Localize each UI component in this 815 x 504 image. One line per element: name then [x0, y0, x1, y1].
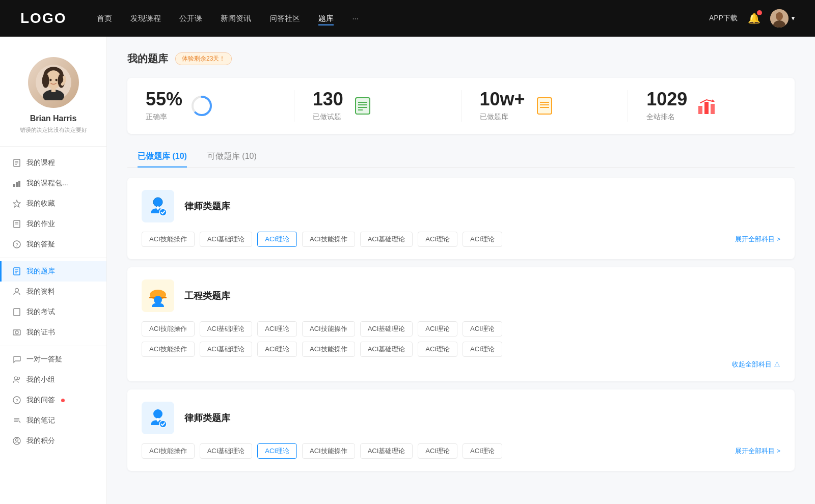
tab-done[interactable]: 已做题库 (10) [127, 146, 197, 167]
tag-item[interactable]: ACI基础理论 [200, 232, 253, 247]
points-icon [12, 436, 21, 445]
svg-rect-30 [14, 309, 20, 316]
sidebar-item-label: 我的资料 [26, 287, 55, 296]
tag-item[interactable]: ACI理论 [257, 342, 297, 357]
sidebar-item-label: 我的积分 [26, 436, 55, 445]
tag-item[interactable]: ACI理论 [463, 443, 502, 459]
certificate-icon [12, 328, 21, 337]
tab-todo[interactable]: 可做题库 (10) [197, 146, 267, 167]
nav-open-course[interactable]: 公开课 [179, 12, 202, 25]
sidebar-item-points[interactable]: 我的积分 [0, 431, 106, 451]
stat-accuracy-text: 55% 正确率 [146, 90, 182, 122]
nav-discover[interactable]: 发现课程 [130, 12, 161, 25]
tag-item[interactable]: ACI理论 [418, 232, 457, 247]
stat-banks-value: 10w+ [480, 90, 525, 108]
sidebar-item-my-question[interactable]: ? 我的问答 [0, 390, 106, 410]
profile-name: Brian Harris [30, 114, 77, 123]
stat-banks-text: 10w+ 已做题库 [480, 90, 525, 122]
sidebar-item-one-on-one[interactable]: 一对一答疑 [0, 349, 106, 370]
ranking-icon [695, 95, 718, 117]
stat-accuracy: 55% 正确率 [127, 90, 294, 122]
app-download-btn[interactable]: APP下载 [709, 14, 738, 23]
lawyer-icon-wrap-2 [142, 402, 174, 434]
expand-btn-1[interactable]: 展开全部科目 > [735, 235, 780, 244]
sidebar-item-notes[interactable]: 我的笔记 [0, 410, 106, 431]
homework-icon [12, 219, 21, 229]
svg-marker-59 [712, 99, 715, 102]
sidebar-item-label: 我的课程包... [26, 179, 68, 188]
profile-icon [12, 287, 21, 296]
sidebar-item-my-exam[interactable]: 我的考试 [0, 302, 106, 322]
tag-item[interactable]: ACI技能操作 [302, 321, 355, 337]
stats-row: 55% 正确率 130 已做试题 [127, 78, 795, 134]
stat-ranking-label: 全站排名 [646, 113, 687, 122]
sidebar-item-my-course[interactable]: 我的课程 [0, 153, 106, 173]
sidebar-item-group[interactable]: 我的小组 [0, 370, 106, 390]
tag-item[interactable]: ACI理论 [418, 321, 457, 337]
tag-item[interactable]: ACI基础理论 [200, 321, 253, 337]
sidebar-item-label: 我的题库 [26, 267, 55, 276]
notification-bell[interactable]: 🔔 [748, 12, 760, 24]
sidebar-item-label: 我的答疑 [26, 240, 55, 249]
tag-item[interactable]: ACI技能操作 [142, 443, 195, 459]
sidebar-item-my-quiz[interactable]: 我的题库 [0, 261, 106, 282]
quiz-card-lawyer-2: 律师类题库 ACI技能操作 ACI基础理论 ACI理论 ACI技能操作 ACI基… [127, 389, 795, 471]
nav-qa[interactable]: 问答社区 [269, 12, 300, 25]
sidebar-item-my-profile[interactable]: 我的资料 [0, 282, 106, 302]
tag-item[interactable]: ACI理论 [463, 342, 502, 357]
tag-item[interactable]: ACI基础理论 [360, 342, 413, 357]
collapse-btn[interactable]: 收起全部科目 △ [142, 360, 780, 369]
nav-quiz[interactable]: 题库 [318, 12, 334, 25]
nav-news[interactable]: 新闻资讯 [221, 12, 251, 25]
tag-item[interactable]: ACI技能操作 [142, 342, 195, 357]
engineer-icon-wrap [142, 279, 174, 312]
tag-item[interactable]: ACI理论 [463, 232, 502, 247]
nav-home[interactable]: 首页 [97, 12, 112, 25]
tag-item[interactable]: ACI理论 [418, 342, 457, 357]
sidebar-item-favorites[interactable]: 我的收藏 [0, 193, 106, 214]
tag-item-active[interactable]: ACI理论 [257, 232, 297, 247]
svg-rect-16 [13, 184, 15, 187]
bar-chart-icon [12, 179, 21, 188]
svg-point-67 [153, 409, 162, 418]
tag-item[interactable]: ACI技能操作 [142, 232, 195, 247]
tag-item[interactable]: ACI技能操作 [302, 232, 355, 247]
quiz-card-header: 律师类题库 [142, 190, 780, 222]
sidebar-item-course-package[interactable]: 我的课程包... [0, 173, 106, 193]
tag-item[interactable]: ACI基础理论 [200, 443, 253, 459]
sidebar-item-certificate[interactable]: 我的证书 [0, 322, 106, 343]
tag-item-active[interactable]: ACI理论 [257, 443, 297, 459]
stat-questions-value: 130 [313, 90, 343, 108]
quiz-card-lawyer-1: 律师类题库 ACI技能操作 ACI基础理论 ACI理论 ACI技能操作 ACI基… [127, 178, 795, 259]
sidebar: Brian Harris 错误的决定比没有决定要好 我的课程 我的课程包... [0, 37, 107, 504]
tag-item[interactable]: ACI技能操作 [142, 321, 195, 337]
sidebar-item-label: 我的证书 [26, 328, 55, 337]
svg-text:?: ? [15, 242, 18, 247]
logo: LOGO [20, 10, 66, 26]
divider-1 [0, 258, 106, 258]
svg-point-11 [55, 79, 57, 81]
sidebar-item-homework[interactable]: 我的作业 [0, 214, 106, 234]
tag-item[interactable]: ACI基础理论 [360, 321, 413, 337]
tag-item[interactable]: ACI技能操作 [302, 342, 355, 357]
tag-item[interactable]: ACI基础理论 [360, 443, 413, 459]
tag-item[interactable]: ACI技能操作 [302, 443, 355, 459]
stat-accuracy-label: 正确率 [146, 113, 182, 122]
expand-btn-3[interactable]: 展开全部科目 > [735, 446, 780, 456]
sidebar-menu: 我的课程 我的课程包... 我的收藏 我的作业 [0, 147, 106, 457]
nav-more[interactable]: ··· [352, 12, 359, 25]
sidebar-item-my-qa[interactable]: ? 我的答疑 [0, 234, 106, 255]
tabs-row: 已做题库 (10) 可做题库 (10) [127, 146, 795, 167]
questions-icon [351, 95, 374, 117]
tag-item[interactable]: ACI理论 [257, 321, 297, 337]
svg-point-66 [154, 296, 162, 304]
tag-item[interactable]: ACI理论 [463, 321, 502, 337]
quiz-card-header-2: 工程类题库 [142, 279, 780, 312]
svg-point-10 [49, 79, 51, 81]
user-avatar-menu[interactable]: ▾ [770, 9, 795, 27]
sidebar-item-label: 我的笔记 [26, 416, 55, 425]
tag-item[interactable]: ACI理论 [418, 443, 457, 459]
tag-item[interactable]: ACI基础理论 [360, 232, 413, 247]
svg-rect-57 [704, 102, 709, 114]
tag-item[interactable]: ACI基础理论 [200, 342, 253, 357]
